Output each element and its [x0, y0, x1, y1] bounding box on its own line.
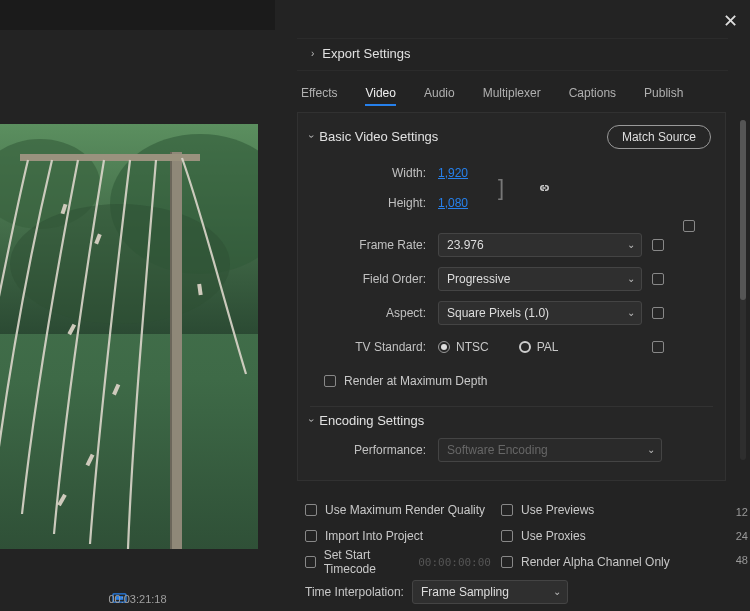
svg-point-4 — [10, 204, 230, 324]
aspect-label: Aspect: — [310, 306, 438, 320]
framerate-label: Frame Rate: — [310, 238, 438, 252]
chevron-down-icon: › — [306, 135, 317, 138]
max-render-quality-checkbox[interactable] — [305, 504, 317, 516]
export-settings-label: Export Settings — [322, 46, 410, 61]
export-footer-options: Use Maximum Render Quality Use Previews … — [305, 489, 738, 605]
height-label: Height: — [310, 196, 438, 210]
import-project-label: Import Into Project — [325, 529, 423, 543]
render-alpha-checkbox[interactable] — [501, 556, 513, 568]
match-tvstd-checkbox[interactable] — [652, 341, 664, 353]
encoding-section-header[interactable]: › Encoding Settings — [310, 413, 713, 428]
maxdepth-label: Render at Maximum Depth — [344, 374, 487, 388]
match-source-button[interactable]: Match Source — [607, 125, 711, 149]
tvstd-ntsc-label: NTSC — [456, 340, 489, 354]
chevron-down-icon: › — [306, 419, 317, 422]
tab-bar: Effects Video Audio Multiplexer Captions… — [301, 86, 683, 106]
divider — [297, 38, 728, 39]
divider — [310, 406, 713, 407]
chevron-down-icon: ⌄ — [647, 444, 655, 455]
fieldorder-value: Progressive — [447, 272, 510, 286]
edge-num: 48 — [736, 554, 748, 566]
aspect-select[interactable]: Square Pixels (1.0) ⌄ — [438, 301, 642, 325]
set-start-timecode-checkbox[interactable] — [305, 556, 316, 568]
performance-value: Software Encoding — [447, 443, 548, 457]
set-start-timecode-label: Set Start Timecode — [324, 548, 412, 576]
tab-multiplexer[interactable]: Multiplexer — [483, 86, 541, 106]
chevron-down-icon: ⌄ — [627, 239, 635, 250]
max-render-quality-label: Use Maximum Render Quality — [325, 503, 485, 517]
encoding-label: Encoding Settings — [319, 413, 424, 428]
use-previews-label: Use Previews — [521, 503, 594, 517]
framerate-value: 23.976 — [447, 238, 484, 252]
link-bracket-icon: ] — [498, 177, 504, 199]
tvstandard-label: TV Standard: — [310, 340, 438, 354]
time-interpolation-select[interactable]: Frame Sampling ⌄ — [412, 580, 568, 604]
settings-pane: › Export Settings Effects Video Audio Mu… — [275, 0, 750, 611]
export-settings-header[interactable]: › Export Settings — [311, 46, 411, 61]
start-timecode-value: 00:00:00:00 — [418, 556, 491, 569]
tab-captions[interactable]: Captions — [569, 86, 616, 106]
tab-video[interactable]: Video — [365, 86, 395, 106]
performance-label: Performance: — [310, 443, 438, 457]
width-field[interactable]: 1,920 — [438, 166, 480, 180]
tab-effects[interactable]: Effects — [301, 86, 337, 106]
close-button[interactable]: ✕ — [723, 10, 738, 32]
preview-pane: 00:03:21:18 — [0, 30, 275, 611]
out-timecode: 00:03:21:18 — [108, 593, 166, 605]
tvstd-ntsc-radio[interactable] — [438, 341, 450, 353]
use-proxies-label: Use Proxies — [521, 529, 586, 543]
time-interpolation-label: Time Interpolation: — [305, 585, 404, 599]
edge-numbers: 12 24 48 — [736, 506, 748, 566]
timecode-bar: 00:03:21:18 — [0, 587, 275, 611]
chevron-down-icon: ⌄ — [627, 273, 635, 284]
match-framerate-checkbox[interactable] — [652, 239, 664, 251]
match-fieldorder-checkbox[interactable] — [652, 273, 664, 285]
fieldorder-label: Field Order: — [310, 272, 438, 286]
tab-audio[interactable]: Audio — [424, 86, 455, 106]
performance-select: Software Encoding ⌄ — [438, 438, 662, 462]
svg-rect-7 — [20, 154, 200, 161]
height-field[interactable]: 1,080 — [438, 196, 480, 210]
edge-num: 12 — [736, 506, 748, 518]
width-label: Width: — [310, 166, 438, 180]
chevron-down-icon: ⌄ — [627, 307, 635, 318]
match-aspect-checkbox[interactable] — [652, 307, 664, 319]
link-dimensions-toggle[interactable] — [536, 183, 552, 193]
edge-num: 24 — [736, 530, 748, 542]
svg-rect-5 — [172, 152, 182, 549]
match-dimensions-checkbox[interactable] — [683, 220, 695, 232]
settings-scrollbar[interactable] — [740, 120, 746, 460]
aspect-value: Square Pixels (1.0) — [447, 306, 549, 320]
chevron-right-icon: › — [311, 48, 314, 59]
svg-rect-6 — [170, 152, 172, 549]
render-alpha-label: Render Alpha Channel Only — [521, 555, 670, 569]
fieldorder-select[interactable]: Progressive ⌄ — [438, 267, 642, 291]
tab-publish[interactable]: Publish — [644, 86, 683, 106]
maxdepth-checkbox[interactable] — [324, 375, 336, 387]
tvstd-pal-label: PAL — [537, 340, 559, 354]
video-settings-scroll: › Basic Video Settings Match Source Widt… — [297, 112, 726, 481]
scrollbar-thumb[interactable] — [740, 120, 746, 300]
framerate-select[interactable]: 23.976 ⌄ — [438, 233, 642, 257]
use-proxies-checkbox[interactable] — [501, 530, 513, 542]
use-previews-checkbox[interactable] — [501, 504, 513, 516]
import-project-checkbox[interactable] — [305, 530, 317, 542]
basic-video-label: Basic Video Settings — [319, 129, 438, 144]
time-interpolation-value: Frame Sampling — [421, 585, 509, 599]
divider — [297, 70, 728, 71]
video-preview — [0, 124, 258, 549]
tvstd-pal-radio[interactable] — [519, 341, 531, 353]
chevron-down-icon: ⌄ — [553, 586, 561, 597]
